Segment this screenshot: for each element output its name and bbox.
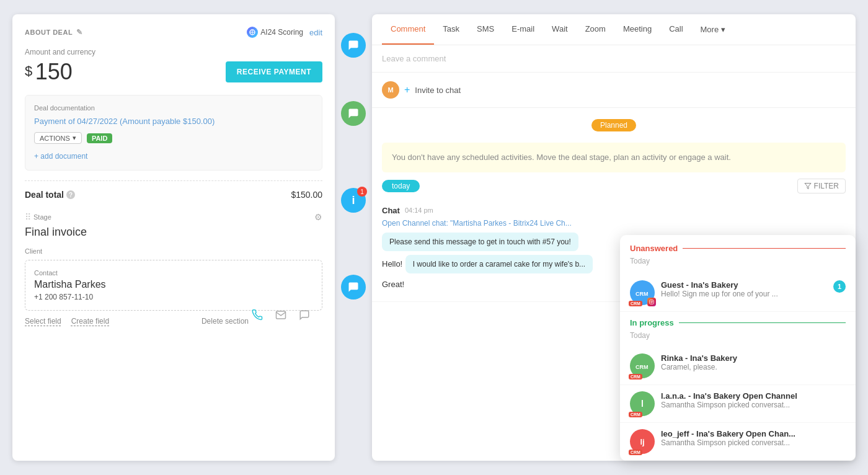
right-content: Comment Task SMS E-mail Wait Zoom Meetin… xyxy=(372,14,856,461)
field-actions: Select field Create field xyxy=(25,317,109,326)
badge-row: ACTIONS ▾ PAID xyxy=(34,132,313,144)
timeline-column: i 1 xyxy=(335,14,372,461)
chat-info: Rinka - Ina's Bakery Caramel, please. xyxy=(661,353,846,371)
comment-input-area[interactable]: Leave a comment xyxy=(372,45,856,73)
amount-value: 150 xyxy=(35,59,73,84)
planned-row: Planned xyxy=(372,108,856,143)
contact-label: Contact xyxy=(34,269,313,277)
planned-badge: Planned xyxy=(591,119,636,131)
chat-list-item-inprogress-1[interactable]: l CRM l.a.n.a. - Ina's Bakery Open Chann… xyxy=(620,385,856,423)
about-deal-label: ABOUT DEAL xyxy=(25,29,73,36)
chat-time: 04:14 pm xyxy=(405,206,433,214)
select-field-link[interactable]: Select field xyxy=(25,317,61,326)
invite-row: M + Invite to chat xyxy=(372,73,856,108)
timeline-icon-chat2 xyxy=(341,275,366,300)
svg-point-7 xyxy=(652,301,653,301)
chat-list-item-unanswered-0[interactable]: CRM CRM Guest - Ina xyxy=(620,274,856,312)
deal-total-label: Deal total ? xyxy=(25,190,75,200)
tab-call[interactable]: Call xyxy=(660,14,691,45)
client-label: Client xyxy=(25,247,322,255)
chat-name: Guest - Ina's Bakery xyxy=(661,280,827,290)
filter-button[interactable]: FILTER xyxy=(797,179,846,193)
stage-section-label: ⠿ Stage xyxy=(25,212,51,222)
popup-panel: Unanswered Today CRM CRM xyxy=(620,235,856,461)
amount-row: $ 150 RECEIVE PAYMENT xyxy=(25,59,322,85)
contact-actions xyxy=(249,306,313,324)
info-box: You don't have any scheduled activities.… xyxy=(382,143,846,172)
timeline-icon-chat xyxy=(341,33,366,58)
tab-zoom[interactable]: Zoom xyxy=(577,14,614,45)
tab-email[interactable]: E-mail xyxy=(503,14,543,45)
header-right: AI24 Scoring edit xyxy=(247,27,322,38)
stage-value: Final invoice xyxy=(25,226,322,239)
crm-badge: CRM xyxy=(629,374,642,380)
unread-badge: 1 xyxy=(833,280,846,293)
chat-name: leo_jeff - Ina's Bakery Open Chan... xyxy=(661,429,846,438)
panel-header: ABOUT DEAL ✎ AI24 Scoring xyxy=(25,27,322,38)
plus-icon[interactable]: + xyxy=(404,84,410,95)
in-progress-date: Today xyxy=(630,330,846,345)
ai-scoring-badge: AI24 Scoring xyxy=(247,27,303,38)
timeline-icon-info: i 1 xyxy=(341,188,366,213)
help-icon[interactable]: ? xyxy=(66,190,75,199)
chat-title: Chat xyxy=(382,206,400,215)
deal-doc-label: Deal documentation xyxy=(34,104,313,112)
chat-list-item-inprogress-0[interactable]: CRM CRM Rinka - Ina's Bakery Caramel, pl… xyxy=(620,347,856,385)
amount-label: Amount and currency xyxy=(25,48,322,56)
chat-icon[interactable] xyxy=(296,306,313,324)
actions-dropdown[interactable]: ACTIONS ▾ xyxy=(34,132,82,144)
chat-bubble-1: Please send this message to get in touch… xyxy=(382,233,578,251)
tab-task[interactable]: Task xyxy=(434,14,468,45)
svg-point-6 xyxy=(651,301,653,303)
instagram-icon xyxy=(647,298,656,306)
unanswered-section-label: Unanswered xyxy=(630,244,846,253)
comment-placeholder[interactable]: Leave a comment xyxy=(382,54,846,63)
chat-list-item-inprogress-2[interactable]: lj CRM leo_jeff - Ina's Bakery Open Chan… xyxy=(620,423,856,461)
chat-avatar: CRM CRM xyxy=(630,280,655,305)
chat-open-link[interactable]: Open Channel chat: "Martisha Parkes - Bi… xyxy=(382,219,846,228)
stage-label: Stage xyxy=(33,213,51,221)
invite-to-chat-link[interactable]: Invite to chat xyxy=(415,86,461,95)
unanswered-line xyxy=(683,248,846,249)
chat-header: Chat 04:14 pm xyxy=(382,206,846,215)
chat-preview: Caramel, please. xyxy=(661,363,846,371)
tab-comment[interactable]: Comment xyxy=(382,14,434,45)
panel-title: ABOUT DEAL ✎ xyxy=(25,28,83,37)
drag-handle-icon[interactable]: ⠿ xyxy=(25,212,31,222)
chat-preview: Hello! Sign me up for one of your ... xyxy=(661,290,827,298)
chat-avatar: l CRM xyxy=(630,391,655,416)
edit-link[interactable]: edit xyxy=(309,28,322,37)
receive-payment-button[interactable]: RECEIVE PAYMENT xyxy=(226,61,322,82)
pencil-icon[interactable]: ✎ xyxy=(76,28,83,37)
svg-marker-3 xyxy=(805,183,811,189)
tab-meeting[interactable]: Meeting xyxy=(614,14,660,45)
add-document-link[interactable]: + add document xyxy=(34,152,87,161)
bottom-actions: Select field Create field Delete section xyxy=(25,317,249,326)
chat-avatar: lj CRM xyxy=(630,429,655,454)
deal-doc-box: Deal documentation Payment of 04/27/2022… xyxy=(25,95,322,171)
contact-box: Contact Martisha Parkes +1 200 857-11-10 xyxy=(25,260,322,311)
chat-preview: Samantha Simpson picked conversat... xyxy=(661,401,846,409)
stage-section-header: ⠿ Stage ⚙ xyxy=(25,212,322,222)
tab-wait[interactable]: Wait xyxy=(543,14,577,45)
gear-icon[interactable]: ⚙ xyxy=(314,212,322,222)
paid-badge: PAID xyxy=(87,133,112,143)
svg-text:CRM: CRM xyxy=(636,364,649,370)
tabs-bar: Comment Task SMS E-mail Wait Zoom Meetin… xyxy=(372,14,856,45)
ai-icon xyxy=(247,27,258,38)
chat-avatar: CRM CRM xyxy=(630,353,655,378)
user-avatar: M xyxy=(382,81,399,99)
chat-bubble-4: Great! xyxy=(382,277,404,291)
call-icon[interactable] xyxy=(249,306,266,324)
tab-sms[interactable]: SMS xyxy=(468,14,503,45)
delete-section-link[interactable]: Delete section xyxy=(202,317,249,326)
more-tab[interactable]: More ▾ xyxy=(692,15,735,44)
crm-badge: CRM xyxy=(629,301,642,306)
contact-name: Martisha Parkes xyxy=(34,279,313,290)
mail-icon[interactable] xyxy=(272,306,290,324)
actions-label: ACTIONS xyxy=(40,135,70,142)
deal-total-row: Deal total ? $150.00 xyxy=(25,187,322,202)
ai-scoring-label: AI24 Scoring xyxy=(260,28,303,37)
payment-link[interactable]: Payment of 04/27/2022 (Amount payable $1… xyxy=(34,117,313,126)
create-field-link[interactable]: Create field xyxy=(71,317,109,326)
